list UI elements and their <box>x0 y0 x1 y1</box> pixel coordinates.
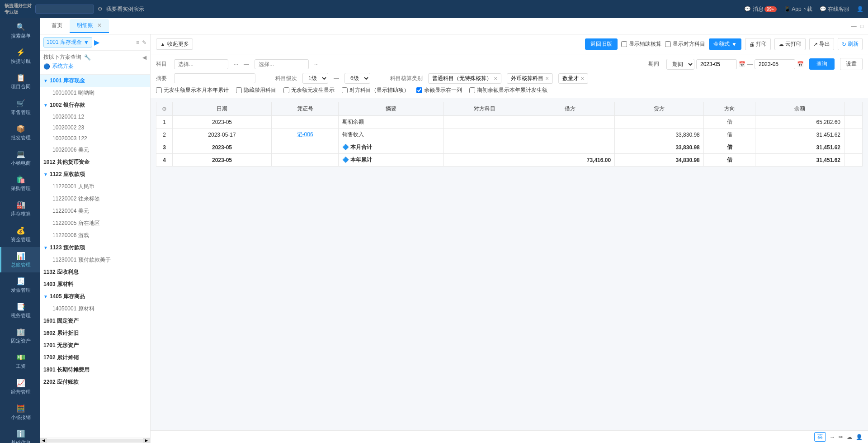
sidebar-item-fixed-assets[interactable]: 🏢 固定资产 <box>0 323 40 348</box>
user-avatar[interactable]: 👤 <box>857 6 863 12</box>
edit-icon[interactable]: ✏ <box>839 434 843 440</box>
account-node-1701[interactable]: 1701 无形资产 <box>40 339 150 352</box>
voucher-cell[interactable] <box>271 154 338 167</box>
sidebar-item-tax[interactable]: 📑 税务管理 <box>0 298 40 323</box>
query-filter-icon[interactable]: 🔧 <box>84 54 91 61</box>
demo-label[interactable]: 我要看实例演示 <box>106 5 144 13</box>
account-node-11220005[interactable]: 11220005 所在地区 <box>40 217 150 229</box>
expand-filter-btn[interactable]: ▲ 收起更多 <box>156 38 193 50</box>
sidebar-item-inventory[interactable]: 🏭 库存核算 <box>0 196 40 221</box>
checkbox-opposite[interactable]: 显示对方科目 <box>665 40 705 48</box>
sidebar-item-sales-report[interactable]: 🧮 小畅报销 <box>0 400 40 425</box>
tag-normal[interactable]: 普通科目（无特殊核算） ✕ <box>428 73 501 84</box>
calendar-icon1[interactable]: 📅 <box>739 61 745 67</box>
setting-btn[interactable]: 设置 <box>840 58 863 70</box>
sidebar-item-salary[interactable]: 💵 工资 <box>0 348 40 374</box>
sidebar-item-wholesale[interactable]: 📦 批发管理 <box>0 120 40 145</box>
account-node-1001[interactable]: ▼ 1001 库存现金 <box>40 75 150 87</box>
account-node-10020002[interactable]: 10020002 23 <box>40 122 150 133</box>
current-account-tag[interactable]: 1001 库存现金 ▼ <box>43 37 92 48</box>
tab-home[interactable]: 首页 <box>44 19 70 33</box>
tab-close-detail[interactable]: ✕ <box>97 22 102 29</box>
message-btn[interactable]: 💬 消息99+ <box>744 5 776 13</box>
settings-icon[interactable]: ⚙ <box>98 6 103 12</box>
tab-detail[interactable]: 明细账 ✕ <box>70 19 109 33</box>
cb-period-balance-input[interactable] <box>469 87 475 93</box>
cb-no-balance-input[interactable] <box>156 87 162 93</box>
checkbox-assist[interactable]: 显示辅助核算 <box>621 40 661 48</box>
account-node-1405[interactable]: ▼ 1405 库存商品 <box>40 291 150 303</box>
voucher-cell[interactable]: 记-006 <box>271 129 338 141</box>
maximize-icon[interactable]: □ <box>860 23 863 29</box>
sidebar-item-capital[interactable]: 💰 资金管理 <box>0 222 40 247</box>
sidebar-item-invoice[interactable]: 🧾 发票管理 <box>0 272 40 298</box>
sidebar-item-quick-nav[interactable]: ⚡ 快捷导航 <box>0 43 40 69</box>
collapse-icon[interactable]: ◀ <box>142 54 146 61</box>
account-node-11220001[interactable]: 11220001 人民币 <box>40 181 150 193</box>
sidebar-item-business[interactable]: 📈 经营管理 <box>0 374 40 400</box>
account-node-1012[interactable]: 1012 其他货币资金 <box>40 156 150 168</box>
sidebar-item-retail[interactable]: 🛒 零售管理 <box>0 95 40 120</box>
print-btn[interactable]: 🖨 打印 <box>745 38 771 50</box>
cb-opposite-show-input[interactable] <box>342 87 348 93</box>
cb-no-balance2[interactable]: 无余额无发生显示 <box>283 86 335 94</box>
account-node-1602[interactable]: 1602 累计折旧 <box>40 327 150 339</box>
account-node-1123[interactable]: ▼ 1123 预付款项 <box>40 242 150 254</box>
account-node-10020001[interactable]: 10020001 12 <box>40 111 150 122</box>
account-node-2202[interactable]: 2202 应付账款 <box>40 376 150 388</box>
account-node-14050001[interactable]: 14050001 原材料 <box>40 303 150 315</box>
back-old-btn[interactable]: 返回旧版 <box>585 38 618 50</box>
period-end-input[interactable] <box>755 59 795 69</box>
system-plan-btn[interactable]: 🔵 系统方案 <box>43 61 146 71</box>
cb-no-balance2-input[interactable] <box>283 87 289 93</box>
account-node-1002[interactable]: ▼ 1002 银行存款 <box>40 99 150 111</box>
account-node-11220002[interactable]: 11220002 往来标签 <box>40 193 150 205</box>
sidebar-item-basic-info[interactable]: ℹ️ 基础信息 <box>0 425 40 443</box>
minimize-icon[interactable]: — <box>851 23 857 29</box>
refresh-btn[interactable]: ↻ 刷新 <box>838 38 863 50</box>
account-node-1601[interactable]: 1601 固定资产 <box>40 315 150 327</box>
level-start-select[interactable]: 1级 <box>302 73 328 84</box>
sidebar-item-search-menu[interactable]: 🔍 搜索菜单 <box>0 18 40 43</box>
export-btn[interactable]: ↗ 导出 <box>809 38 834 50</box>
voucher-cell[interactable] <box>271 141 338 154</box>
cb-no-balance-show[interactable]: 无发生额显示本月本年累计 <box>156 86 229 94</box>
cb-hide-disabled[interactable]: 隐藏禁用科目 <box>236 86 276 94</box>
account-node-1403[interactable]: 1403 原材料 <box>40 278 150 291</box>
sidebar-item-ecommerce[interactable]: 💻 小畅电商 <box>0 145 40 171</box>
top-search-input[interactable] <box>35 5 94 14</box>
voucher-cell[interactable] <box>271 116 338 129</box>
period-start-input[interactable] <box>696 59 737 69</box>
period-type-select[interactable]: 期间 <box>666 59 694 70</box>
tag-normal-close[interactable]: ✕ <box>494 76 497 81</box>
tag-foreign[interactable]: 外币核算科目 ✕ <box>507 73 553 84</box>
scroll-right[interactable]: ▶ <box>143 438 150 443</box>
cb-balance-one-col-input[interactable] <box>416 87 422 93</box>
query-btn[interactable]: 查询 <box>809 58 835 70</box>
subject-input[interactable] <box>174 59 228 69</box>
tag-quantity[interactable]: 数量才 ✕ <box>558 73 588 84</box>
tag-quantity-close[interactable]: ✕ <box>580 76 584 81</box>
lang-switch[interactable]: 英 <box>814 432 826 442</box>
account-node-10010001[interactable]: 10010001 哟哟哟 <box>40 87 150 99</box>
checkbox-opposite-input[interactable] <box>665 41 671 47</box>
pencil-icon[interactable]: ✎ <box>142 39 146 46</box>
list-icon[interactable]: ≡ <box>136 39 139 46</box>
app-download-btn[interactable]: 📱 App下载 <box>784 5 812 13</box>
level-end-select[interactable]: 6级 <box>344 73 370 84</box>
cloud-print-btn[interactable]: ☁ 云打印 <box>774 38 806 50</box>
calendar-icon2[interactable]: 📅 <box>797 61 804 67</box>
account-node-1702[interactable]: 1702 累计摊销 <box>40 352 150 364</box>
sidebar-item-purchase[interactable]: 🛍️ 采购管理 <box>0 171 40 196</box>
next-account-arrow[interactable]: ▶ <box>94 38 99 47</box>
cb-balance-one-col[interactable]: 余额显示在一列 <box>416 86 462 94</box>
cb-opposite-show[interactable]: 对方科目（显示辅助项） <box>342 86 409 94</box>
account-node-10020006[interactable]: 10020006 美元 <box>40 144 150 156</box>
scroll-left[interactable]: ◀ <box>40 438 47 443</box>
account-node-11220006[interactable]: 11220006 游戏 <box>40 229 150 242</box>
gear-icon[interactable]: ⚙ <box>162 106 167 112</box>
account-node-10020003[interactable]: 10020003 122 <box>40 133 150 144</box>
online-service-btn[interactable]: 💬 在线客服 <box>820 5 849 13</box>
account-node-11220004[interactable]: 11220004 美元 <box>40 205 150 217</box>
tag-foreign-close[interactable]: ✕ <box>545 76 549 81</box>
